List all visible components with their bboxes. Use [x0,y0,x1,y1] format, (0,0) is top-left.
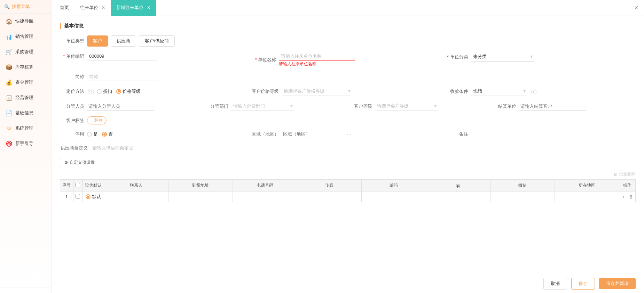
row-address-input[interactable] [171,194,230,200]
tab-partners[interactable]: 往来单位✕ [74,0,111,16]
unit-category-arrow: ▼ [529,54,534,59]
customer-level-placeholder: 请选择客户等级 [375,101,432,111]
sidebar-item-basic-info[interactable]: 📄 基础信息 [0,105,51,121]
pricing-method-group: 定价方法 ? 折扣 价格等级 [60,88,252,95]
customer-price-level-select[interactable]: 请选择客户价格等级 ▼ [282,87,351,96]
sidebar-item-finance[interactable]: 💰 资金管理 [0,75,51,90]
short-name-row: 简称 [60,73,636,81]
unit-code-input[interactable] [87,52,157,60]
row-phone-input[interactable] [235,194,295,200]
customer-level-select[interactable]: 请选择客户等级 ▼ [375,101,438,111]
sidebar-item-purchase[interactable]: 🛒 采购管理 [0,44,51,59]
td-wechat[interactable] [490,192,555,202]
td-check[interactable] [73,192,82,202]
unit-name-input[interactable] [279,52,355,60]
td-region[interactable] [555,192,619,202]
supplier-custom-group: 供应商自定义 [60,144,636,152]
batch-delete-label: 批量删除 [619,171,636,177]
remark-group: 备注 [444,130,636,138]
row-qq-input[interactable] [428,194,488,200]
sidebar-bottom [0,287,51,293]
quick-nav-icon: 🏠 [6,18,13,25]
row-delete-icon[interactable]: 🗑 [629,194,633,199]
row-wechat-input[interactable] [493,194,552,200]
sidebar-item-quick-nav[interactable]: 🏠 快捷导航 [0,14,51,29]
tab-close-new-partner[interactable]: ✕ [147,5,150,10]
unit-category-select[interactable]: 未分类 ▼ [471,52,534,62]
settlement-more-dots[interactable]: ··· [582,103,586,109]
th-fax: 传真 [297,180,361,192]
custom-settings-label: 自定义项设置 [70,160,95,165]
unit-type-both[interactable]: 客户/供应商 [139,35,175,47]
manager-input[interactable] [87,102,148,110]
td-phone[interactable] [233,192,297,202]
radio-price-level-circle [116,89,121,94]
region-more-dots[interactable]: ··· [347,131,351,137]
sidebar-item-inventory[interactable]: 📦 库存核算 [0,59,51,75]
unit-type-supplier[interactable]: 供应商 [111,35,136,47]
sidebar-item-label: 快捷导航 [15,18,33,24]
region-input[interactable] [282,130,345,138]
unit-type-customer[interactable]: 客户 [87,35,108,47]
sidebar-item-label: 库存核算 [15,64,33,70]
sidebar-item-operations[interactable]: 📋 经营管理 [0,90,51,105]
manager-label: 分管人员 [60,103,84,109]
add-tag-button[interactable]: + 标签 [87,116,107,124]
tab-close-partners[interactable]: ✕ [102,5,105,10]
row-fax-input[interactable] [299,194,359,200]
row-checkbox[interactable] [76,194,80,198]
payment-terms-label: 收款条件 [444,88,468,95]
save-add-button[interactable]: 保存并新增 [599,278,636,289]
pricing-info-icon[interactable]: ? [88,89,94,94]
cancel-button[interactable]: 取消 [543,278,567,290]
radio-no-circle [102,132,107,137]
tab-home[interactable]: 首页 [54,0,74,16]
settlement-group: 结算单位 ··· [492,102,636,111]
td-fax[interactable] [297,192,361,202]
settlement-input[interactable] [519,102,580,110]
td-address[interactable] [168,192,233,202]
short-name-input[interactable] [87,73,157,81]
unit-category-value: 未分类 [471,52,528,61]
sidebar-search[interactable]: 🔍 搜索菜单 [0,0,51,14]
sidebar-item-new-guide[interactable]: 🎯 新手引导 [0,136,51,151]
custom-settings-button[interactable]: ⚙ 自定义项设置 [60,158,99,167]
unit-category-group: 单位分类 未分类 ▼ [444,52,636,62]
remark-label: 备注 [444,131,468,137]
radio-no-label: 否 [108,131,113,137]
row-default-radio[interactable]: 默认 [85,194,102,200]
radio-price-level[interactable]: 价格等级 [116,88,141,95]
tab-bar-close[interactable]: ✕ [631,5,641,11]
tab-new-partner[interactable]: 新增往来单位✕ [111,0,156,16]
td-contact[interactable] [104,192,168,202]
sidebar-item-sales[interactable]: 📊 销售管理 [0,29,51,44]
radio-discount[interactable]: 折扣 [97,88,112,95]
td-email[interactable] [361,192,426,202]
th-seq: 序号 [60,180,73,192]
row-contact-input[interactable] [106,194,166,200]
th-contact: 联系人 [104,180,168,192]
remark-input[interactable] [471,130,575,138]
row-region-input[interactable] [557,194,617,200]
supplier-custom-input[interactable] [91,144,167,152]
basic-info-icon: 📄 [6,109,13,116]
sidebar-item-label: 资金管理 [15,79,33,86]
customer-price-level-arrow: ▼ [347,89,351,93]
payment-terms-select[interactable]: 现结 ▼ [471,87,527,96]
row-email-input[interactable] [364,194,424,200]
payment-terms-info[interactable]: ? [531,89,536,94]
radio-no[interactable]: 否 [102,131,113,137]
manager-dept-row: 分管人员 ··· 分管部门 请输入分管部门 ▼ 客户等级 请选择客户等级 ▼ [60,101,636,111]
save-button[interactable]: 保存 [571,278,595,290]
finance-icon: 💰 [6,79,13,86]
td-qq[interactable] [426,192,490,202]
radio-price-level-label: 价格等级 [123,88,141,95]
department-select[interactable]: 请输入分管部门 ▼ [231,101,294,111]
sidebar-item-system[interactable]: ⚙ 系统管理 [0,121,51,136]
unit-category-label: 单位分类 [444,54,468,60]
th-checkbox[interactable] [76,183,80,187]
manager-more-dots[interactable]: ··· [150,103,154,109]
td-row-actions: ＋ 🗑 [619,192,635,202]
row-add-icon[interactable]: ＋ [621,194,626,199]
radio-yes[interactable]: 是 [87,131,98,137]
